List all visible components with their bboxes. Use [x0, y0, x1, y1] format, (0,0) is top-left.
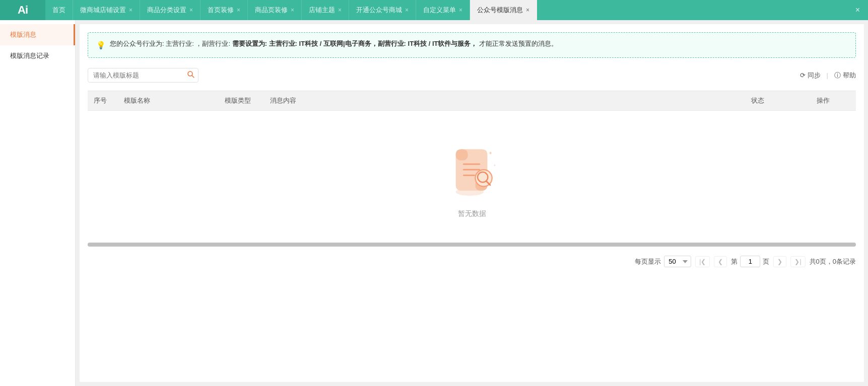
- close-tab-store-theme[interactable]: ×: [338, 7, 342, 14]
- tab-open-mall[interactable]: 开通公众号商城 ×: [349, 0, 416, 20]
- help-button[interactable]: ⓘ 帮助: [834, 71, 856, 80]
- toolbar-divider: |: [827, 71, 828, 79]
- col-actions: 操作: [811, 91, 856, 111]
- prev-page-button[interactable]: ❮: [714, 256, 727, 267]
- tab-custom-menu[interactable]: 自定义菜单 ×: [416, 0, 470, 20]
- total-info: 共0页，0条记录: [810, 257, 856, 266]
- page-input-wrap: 第 页: [731, 256, 769, 267]
- top-nav: Ai 首页 微商城店铺设置 × 商品分类设置 × 首页装修 × 商品页装修 × …: [0, 0, 868, 20]
- scrollbar-thumb[interactable]: [88, 243, 856, 247]
- tab-home[interactable]: 首页: [45, 0, 73, 20]
- main-layout: 模版消息 模版消息记录 💡 您的公众号行业为: 主营行业: ，副营行业: 需要设…: [0, 20, 868, 386]
- content-area: 💡 您的公众号行业为: 主营行业: ，副营行业: 需要设置为: 主营行业: IT…: [80, 24, 864, 382]
- close-tab-home-decor[interactable]: ×: [237, 7, 240, 14]
- toolbar-right: ⟳ 同步 | ⓘ 帮助: [800, 71, 856, 80]
- search-icon: [187, 71, 194, 78]
- table-body: ✦ ✦ 暂无数据: [88, 111, 856, 239]
- close-tab-product-decor[interactable]: ×: [291, 7, 294, 14]
- close-tab-category[interactable]: ×: [189, 7, 193, 14]
- empty-text: 暂无数据: [458, 209, 486, 218]
- sync-button[interactable]: ⟳ 同步: [800, 71, 821, 80]
- page-label-after: 页: [763, 257, 769, 266]
- table-header: 序号 模版名称 模版类型 消息内容 状态 操作: [88, 91, 856, 111]
- col-content: 消息内容: [264, 91, 745, 111]
- col-type: 模版类型: [219, 91, 264, 111]
- help-icon: ⓘ: [834, 71, 841, 80]
- tab-template-message[interactable]: 公众号模版消息 ×: [470, 0, 537, 20]
- search-button[interactable]: [187, 71, 194, 80]
- search-bar: ⟳ 同步 | ⓘ 帮助: [88, 68, 856, 83]
- col-index: 序号: [88, 91, 118, 111]
- global-close-button[interactable]: ×: [847, 6, 868, 15]
- tab-bar: 首页 微商城店铺设置 × 商品分类设置 × 首页装修 × 商品页装修 × 店铺主…: [45, 0, 847, 20]
- data-table: 序号 模版名称 模版类型 消息内容 状态 操作: [88, 91, 856, 239]
- search-input[interactable]: [88, 68, 198, 83]
- info-banner: 💡 您的公众号行业为: 主营行业: ，副营行业: 需要设置为: 主营行业: IT…: [88, 32, 856, 58]
- page-size-label: 每页显示: [635, 257, 661, 266]
- page-size-wrap: 每页显示 10 20 50 100: [635, 256, 691, 267]
- svg-text:✦: ✦: [493, 163, 496, 168]
- sidebar-item-template-record[interactable]: 模版消息记录: [0, 45, 75, 66]
- svg-text:✦: ✦: [488, 150, 493, 156]
- close-tab-custom-menu[interactable]: ×: [459, 7, 462, 14]
- svg-line-1: [192, 75, 194, 78]
- sidebar: 模版消息 模版消息记录: [0, 20, 76, 386]
- bulb-icon: 💡: [96, 39, 106, 51]
- search-input-wrap: [88, 68, 198, 83]
- close-tab-open-mall[interactable]: ×: [405, 7, 409, 14]
- page-number-input[interactable]: [740, 256, 760, 267]
- col-name: 模版名称: [118, 91, 219, 111]
- tab-store-theme[interactable]: 店铺主题 ×: [302, 0, 349, 20]
- first-page-button[interactable]: |❮: [695, 256, 710, 267]
- horizontal-scrollbar[interactable]: [88, 243, 856, 247]
- sync-icon: ⟳: [800, 71, 806, 79]
- pagination: 每页显示 10 20 50 100 |❮ ❮ 第 页 ❯ ❯| 共0页，0条记录: [88, 251, 856, 269]
- close-tab-template-message[interactable]: ×: [526, 7, 529, 14]
- tab-shop-settings[interactable]: 微商城店铺设置 ×: [73, 0, 140, 20]
- sidebar-item-template-msg[interactable]: 模版消息: [0, 24, 75, 45]
- empty-state-row: ✦ ✦ 暂无数据: [88, 111, 856, 239]
- next-page-button[interactable]: ❯: [773, 256, 786, 267]
- tab-category-settings[interactable]: 商品分类设置 ×: [140, 0, 201, 20]
- close-tab-shop-settings[interactable]: ×: [129, 7, 132, 14]
- info-banner-text: 您的公众号行业为: 主营行业: ，副营行业: 需要设置为: 主营行业: IT科技…: [110, 39, 558, 49]
- tab-product-decor[interactable]: 商品页装修 ×: [248, 0, 302, 20]
- empty-state: ✦ ✦ 暂无数据: [88, 111, 856, 239]
- col-status: 状态: [745, 91, 811, 111]
- page-size-select[interactable]: 10 20 50 100: [664, 256, 691, 267]
- table-header-row: 序号 模版名称 模版类型 消息内容 状态 操作: [88, 91, 856, 111]
- tab-home-decor[interactable]: 首页装修 ×: [201, 0, 248, 20]
- logo: Ai: [0, 0, 45, 20]
- last-page-button[interactable]: ❯|: [790, 256, 805, 267]
- page-label-before: 第: [731, 257, 738, 266]
- empty-illustration: ✦ ✦: [442, 141, 502, 201]
